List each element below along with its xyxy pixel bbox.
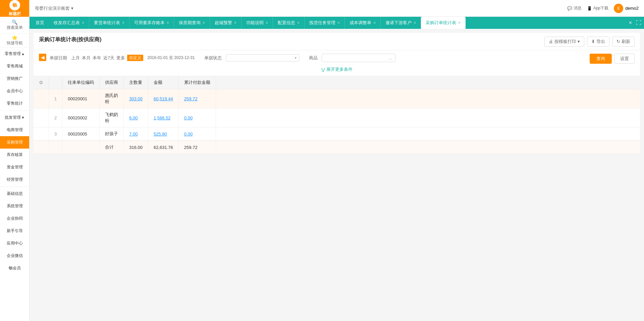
date-this-month[interactable]: 本月 [82,55,91,61]
tab-overstock-warning[interactable]: 超储预警 × [210,17,241,29]
sidebar-system-label: 系统管理 [7,203,23,209]
footer-code [62,141,100,154]
tab-invite-downstream[interactable]: 邀请下游客户 × [381,17,421,29]
date-more[interactable]: 更多 [116,55,125,61]
close-tab-button[interactable]: × [628,18,633,27]
filter-toggle-button[interactable]: ◀ [39,54,46,61]
fullscreen-button[interactable]: ⛶ [635,18,643,27]
settings-button[interactable]: 设置 [614,54,635,64]
close-icon[interactable]: × [337,20,340,25]
ellipsis-icon[interactable]: ... [389,55,392,60]
cell-quantity: 7.00 [124,127,148,141]
tab-cost-adjust[interactable]: 成本调整单 × [345,17,381,29]
sidebar-item-purchase[interactable]: 采购管理 [0,136,29,149]
tab-function-desc[interactable]: 功能说明 × [241,17,273,29]
date-this-year[interactable]: 本年 [93,55,101,61]
paid-link[interactable]: 0.00 [184,131,193,137]
sidebar-operations-label: 经营管理 [7,177,23,182]
topbar-actions: 💬 消息 📱 App下载 E demo2 [567,4,639,13]
column-gear[interactable]: ⚙ [34,76,49,89]
page-header-actions: 🖨 按模板打印 ▾ ⬇ 导出 ↻ 刷新 [544,37,635,47]
amount-link[interactable]: 1,586.52 [154,115,171,120]
sidebar-item-vip[interactable]: 畅会员 [0,262,29,274]
sidebar-item-operations[interactable]: 经营管理 [0,173,29,186]
refresh-icon: ↻ [616,39,620,44]
close-icon[interactable]: × [234,20,236,25]
user-menu[interactable]: E demo2 [614,4,639,13]
paid-link[interactable]: 0.00 [184,115,193,120]
page-header: 采购订单统计表(按供应商) 🖨 按模板打印 ▾ ⬇ 导出 ↻ 刷新 [34,33,640,50]
cell-amount: 60,519.44 [148,89,179,108]
content-area: 采购订单统计表(按供应商) 🖨 按模板打印 ▾ ⬇ 导出 ↻ 刷新 [30,29,644,321]
close-icon[interactable]: × [82,20,84,25]
goods-input[interactable]: ... [322,54,395,62]
tab-config-info[interactable]: 配置信息 × [273,17,305,29]
close-icon[interactable]: × [203,20,205,25]
tab-picking-task[interactable]: 拣货任务管理 × [305,17,345,29]
tab-purchase-order-stats[interactable]: 采购订单统计表 × [421,17,466,29]
sidebar-item-retail-stats[interactable]: 零售统计 [0,97,29,110]
sidebar-item-retail-mgmt[interactable]: 零售管理 ▲ [0,48,29,60]
sidebar-item-finance[interactable]: 资金管理 [0,161,29,173]
footer-paid: 259.72 [178,141,216,154]
footer-label: 合计 [100,141,124,154]
close-icon[interactable]: × [297,20,300,25]
sidebar-item-enterprise-collab[interactable]: 企业协同 [0,212,29,225]
tab-home[interactable]: 首页 [31,17,49,29]
date-custom-tag[interactable]: 自定义 [127,55,143,61]
tab-requisition-stats[interactable]: 要货单统计表 × [89,17,129,29]
column-extra [216,76,640,89]
sidebar-item-retail-mall[interactable]: 零售商城 [0,60,29,72]
close-icon[interactable]: × [122,20,124,25]
paid-link[interactable]: 259.72 [184,96,198,101]
sidebar-item-wholesale[interactable]: 批发管理 ▼ [0,111,29,124]
tab-collect-summary-label: 收发存汇总表 [54,20,80,26]
table-footer: 合计 316.00 62,631.76 259.72 [34,141,640,154]
message-label: 消息 [574,5,582,11]
close-icon[interactable]: × [373,20,376,25]
sidebar-wechat-label: 企业微信 [7,253,23,259]
tab-expiry-query[interactable]: 保质期查询 × [174,17,210,29]
sidebar-item-inventory[interactable]: 库存核算 [0,149,29,161]
app-download-button[interactable]: 📱 App下载 [587,5,608,11]
sidebar-app-center-label: 应用中心 [7,240,23,246]
date-last-7days[interactable]: 近7天 [103,55,114,61]
status-select[interactable]: ▾ [226,54,300,61]
close-icon[interactable]: × [414,20,416,25]
app-icon: 📱 [587,6,592,11]
quantity-link[interactable]: 6.00 [129,115,138,120]
sidebar-item-app-center[interactable]: 应用中心 [0,237,29,250]
query-button[interactable]: 查询 [590,54,612,64]
sidebar-item-ecommerce[interactable]: 电商管理 [0,124,29,136]
tab-available-inventory[interactable]: 可用量库存账本 × [129,17,174,29]
date-last-month[interactable]: 上月 [71,55,80,61]
tab-requisition-label: 要货单统计表 [94,20,120,26]
message-button[interactable]: 💬 消息 [567,5,582,11]
amount-link[interactable]: 525.80 [154,131,167,137]
refresh-button[interactable]: ↻ 刷新 [612,37,635,47]
tab-collect-summary[interactable]: 收发存汇总表 × [49,17,89,29]
sidebar-item-guide[interactable]: 新手引导 [0,225,29,237]
sidebar-item-system[interactable]: 系统管理 [0,200,29,212]
sidebar-item-basic-info[interactable]: 基础信息 [0,188,29,200]
close-icon[interactable]: × [266,20,268,25]
quantity-link[interactable]: 7.00 [129,131,138,137]
avatar: E [614,4,623,13]
footer-extra [216,141,640,154]
sidebar-item-search[interactable]: 🔍 搜索菜单 [0,17,29,34]
main-area: 母婴行业演示账套 ▾ 💬 消息 📱 App下载 E demo2 首页 [30,0,644,321]
cell-paid: 0.00 [178,108,216,127]
sidebar-item-wechat[interactable]: 企业微信 [0,250,29,262]
sidebar-item-quicknav[interactable]: ⭐ 快捷导航 [0,34,29,48]
print-button[interactable]: 🖨 按模板打印 ▾ [544,37,584,47]
workspace-title[interactable]: 母婴行业演示账套 ▾ [35,5,562,11]
quantity-link[interactable]: 303.00 [129,96,143,101]
amount-link[interactable]: 60,519.44 [154,96,173,101]
expand-more-button[interactable]: ⋁ 展开更多条件 [321,66,353,72]
close-icon-active[interactable]: × [458,20,461,25]
sidebar-guide-label: 新手引导 [7,228,23,234]
close-icon[interactable]: × [167,20,169,25]
export-button[interactable]: ⬇ 导出 [587,37,609,47]
sidebar-item-marketing[interactable]: 营销推广 [0,72,29,85]
sidebar-item-members[interactable]: 会员中心 [0,85,29,97]
